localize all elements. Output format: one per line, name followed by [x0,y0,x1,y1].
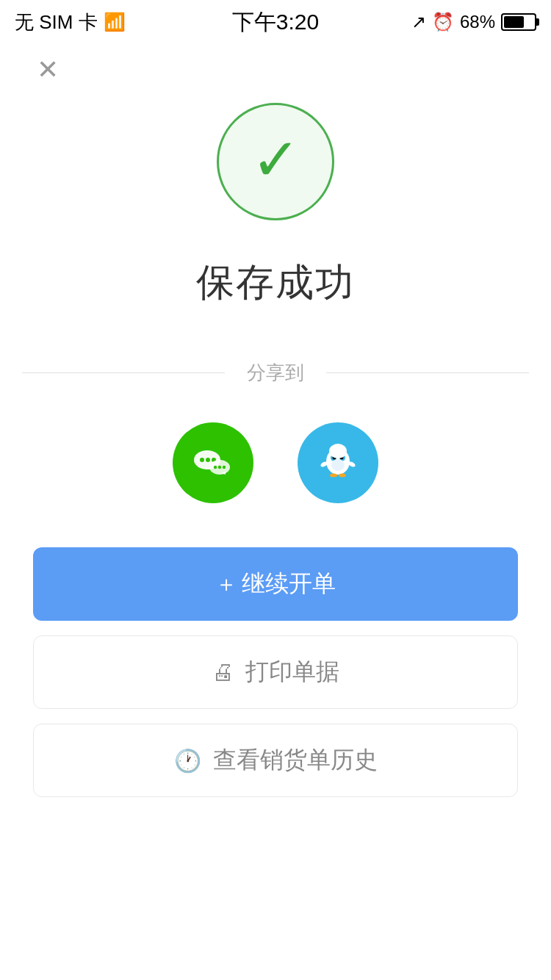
svg-point-23 [329,444,347,458]
battery-percent: 68% [460,12,495,32]
status-right: ↗ ⏰ 68% [411,12,536,32]
print-label: 打印单据 [245,656,339,688]
svg-point-19 [330,473,337,477]
svg-point-18 [331,459,345,471]
success-title: 保存成功 [196,257,355,309]
wechat-share-button[interactable] [173,422,253,503]
svg-point-2 [206,458,210,462]
status-time: 下午3:20 [232,7,319,37]
history-button[interactable]: 🕐 查看销货单历史 [33,724,518,797]
checkmark-icon: ✓ [251,131,300,190]
status-left: 无 SIM 卡 📶 [15,10,126,35]
plus-icon: ＋ [215,569,237,599]
svg-point-20 [339,473,346,477]
share-label: 分享到 [247,360,304,386]
share-section: 分享到 [0,360,551,503]
svg-point-5 [213,465,216,468]
success-circle: ✓ [217,103,334,220]
battery-icon [501,13,536,31]
wifi-icon: 📶 [104,12,126,32]
divider-left [22,372,225,373]
continue-label: 继续开单 [242,568,336,600]
close-icon: ✕ [37,57,59,83]
wechat-icon [190,439,237,487]
location-icon: ↗ [411,12,426,32]
qq-share-button[interactable] [298,422,378,503]
print-button[interactable]: 🖨 打印单据 [33,635,518,709]
printer-icon: 🖨 [212,660,234,685]
svg-point-1 [200,458,204,462]
main-content: ✓ 保存成功 分享到 [0,44,551,797]
action-buttons: ＋ 继续开单 🖨 打印单据 🕐 查看销货单历史 [33,547,518,797]
clock-icon: 🕐 [174,748,201,774]
history-label: 查看销货单历史 [213,744,378,777]
sim-status: 无 SIM 卡 [15,10,98,35]
share-icons [173,422,378,503]
qq-icon [314,439,362,487]
share-divider: 分享到 [0,360,551,386]
divider-right [326,372,529,373]
alarm-icon: ⏰ [432,12,454,32]
continue-button[interactable]: ＋ 继续开单 [33,547,518,621]
close-button[interactable]: ✕ [29,51,66,88]
status-bar: 无 SIM 卡 📶 下午3:20 ↗ ⏰ 68% [0,0,551,44]
svg-point-7 [222,465,225,468]
svg-point-6 [217,465,220,468]
